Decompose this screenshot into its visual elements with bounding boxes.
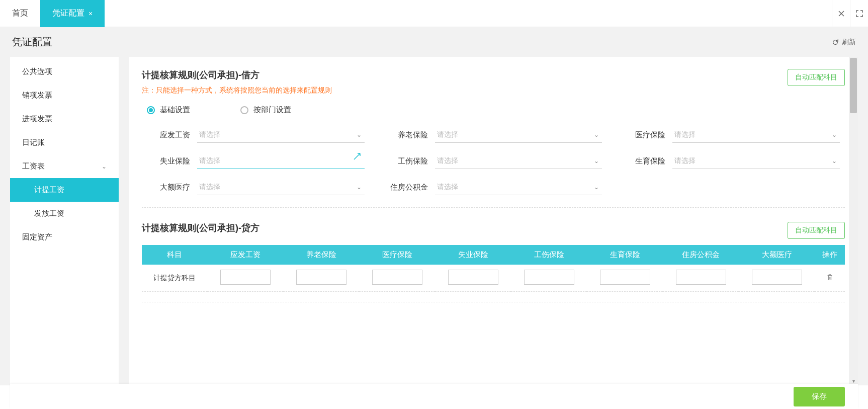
sidebar-item-public[interactable]: 公共选项 bbox=[10, 60, 119, 84]
section-debit-note: 注：只能选择一种方式，系统将按照您当前的选择来配置规则 bbox=[142, 86, 332, 95]
select-placeholder: 请选择 bbox=[199, 156, 220, 166]
field-yingfa: 应发工资 请选择⌄ bbox=[147, 127, 365, 143]
body: 公共选项 销项发票 进项发票 日记账 工资表⌄ 计提工资 发放工资 固定资产 计… bbox=[0, 57, 868, 385]
field-label: 大额医疗 bbox=[147, 183, 190, 192]
sidebar-item-label: 日记账 bbox=[22, 138, 45, 147]
select-placeholder: 请选择 bbox=[437, 183, 458, 192]
section-debit-title: 计提核算规则(公司承担)-借方 bbox=[142, 69, 332, 81]
select-placeholder: 请选择 bbox=[199, 183, 220, 192]
table-row: 计提贷方科目 bbox=[142, 265, 845, 292]
field-label: 生育保险 bbox=[622, 156, 665, 166]
select-yiliao[interactable]: 请选择⌄ bbox=[672, 127, 840, 143]
sidebar-item-fixed-assets[interactable]: 固定资产 bbox=[10, 225, 119, 249]
scrollbar[interactable]: ▾ bbox=[849, 57, 858, 385]
th-action: 操作 bbox=[815, 245, 845, 265]
main-panel: 计提核算规则(公司承担)-借方 注：只能选择一种方式，系统将按照您当前的选择来配… bbox=[129, 57, 858, 385]
sidebar-item-label: 发放工资 bbox=[34, 209, 64, 218]
select-placeholder: 请选择 bbox=[437, 156, 458, 166]
sidebar-item-journal[interactable]: 日记账 bbox=[10, 131, 119, 154]
field-shengyu: 生育保险 请选择⌄ bbox=[622, 153, 840, 169]
field-label: 工伤保险 bbox=[385, 156, 428, 166]
cell-input-yanglao[interactable] bbox=[296, 270, 346, 285]
close-icon bbox=[837, 10, 845, 18]
separator bbox=[142, 302, 845, 302]
th-gongjijin: 住房公积金 bbox=[663, 245, 739, 265]
field-shiye: 失业保险 请选择 bbox=[147, 153, 365, 169]
sidebar-item-label: 公共选项 bbox=[22, 67, 52, 76]
cell-input-gongshang[interactable] bbox=[524, 270, 574, 285]
cell-input-shengyu[interactable] bbox=[600, 270, 650, 285]
tab-voucher-config[interactable]: 凭证配置 × bbox=[40, 0, 105, 27]
window-close-button[interactable] bbox=[832, 0, 850, 27]
th-subject: 科目 bbox=[142, 245, 207, 265]
tab-voucher-config-label: 凭证配置 bbox=[52, 8, 84, 19]
radio-dept[interactable]: 按部门设置 bbox=[240, 105, 291, 115]
select-placeholder: 请选择 bbox=[437, 130, 458, 139]
th-gongshang: 工伤保险 bbox=[511, 245, 587, 265]
cell-input-shiye[interactable] bbox=[448, 270, 498, 285]
radio-basic[interactable]: 基础设置 bbox=[147, 105, 190, 115]
field-label: 医疗保险 bbox=[622, 130, 665, 140]
radio-icon bbox=[240, 106, 248, 114]
chevron-down-icon: ⌄ bbox=[594, 184, 599, 191]
cell-input-yiliao[interactable] bbox=[372, 270, 422, 285]
scrollbar-down-icon[interactable]: ▾ bbox=[850, 377, 857, 384]
select-yingfa[interactable]: 请选择⌄ bbox=[197, 127, 365, 143]
table-header-row: 科目 应发工资 养老保险 医疗保险 失业保险 工伤保险 生育保险 住房公积金 大… bbox=[142, 245, 845, 265]
select-shiye[interactable]: 请选择 bbox=[197, 153, 365, 169]
save-button[interactable]: 保存 bbox=[794, 387, 845, 406]
select-gongshang[interactable]: 请选择⌄ bbox=[435, 153, 602, 169]
field-label: 养老保险 bbox=[385, 130, 428, 140]
select-yanglao[interactable]: 请选择⌄ bbox=[435, 127, 602, 143]
auto-match-debit-button[interactable]: 自动匹配科目 bbox=[788, 69, 845, 86]
cursor-icon bbox=[353, 151, 363, 162]
credit-table: 科目 应发工资 养老保险 医疗保险 失业保险 工伤保险 生育保险 住房公积金 大… bbox=[142, 245, 845, 292]
close-icon[interactable]: × bbox=[89, 10, 93, 18]
scrollbar-thumb[interactable] bbox=[850, 58, 857, 113]
sidebar-item-sales-invoice[interactable]: 销项发票 bbox=[10, 84, 119, 107]
section-credit-title: 计提核算规则(公司承担)-贷方 bbox=[142, 222, 259, 234]
select-shengyu[interactable]: 请选择⌄ bbox=[672, 153, 840, 169]
tab-home[interactable]: 首页 bbox=[0, 0, 40, 27]
select-gongjijin[interactable]: 请选择⌄ bbox=[435, 179, 602, 195]
sidebar-item-purchase-invoice[interactable]: 进项发票 bbox=[10, 107, 119, 131]
cell-input-yingfa[interactable] bbox=[220, 270, 271, 285]
sidebar-item-pay-salary[interactable]: 发放工资 bbox=[10, 202, 119, 225]
field-label: 住房公积金 bbox=[385, 183, 428, 192]
chevron-down-icon: ⌄ bbox=[832, 157, 837, 165]
cell-input-gongjijin[interactable] bbox=[676, 270, 726, 285]
refresh-icon bbox=[832, 39, 839, 46]
app-root: 首页 凭证配置 × 凭证配置 刷新 公共选项 销项发票 进项发票 日记账 工资表… bbox=[0, 0, 868, 409]
th-yingfa: 应发工资 bbox=[207, 245, 283, 265]
th-dae: 大额医疗 bbox=[739, 245, 815, 265]
select-placeholder: 请选择 bbox=[674, 156, 696, 166]
radio-basic-label: 基础设置 bbox=[160, 105, 190, 115]
trash-icon[interactable] bbox=[826, 274, 833, 282]
th-yiliao: 医疗保险 bbox=[359, 245, 435, 265]
sidebar-item-payroll[interactable]: 工资表⌄ bbox=[10, 154, 119, 178]
fullscreen-button[interactable] bbox=[850, 0, 868, 27]
tab-home-label: 首页 bbox=[12, 8, 28, 19]
chevron-down-icon: ⌄ bbox=[594, 131, 599, 138]
sidebar: 公共选项 销项发票 进项发票 日记账 工资表⌄ 计提工资 发放工资 固定资产 bbox=[10, 57, 119, 385]
radio-dept-label: 按部门设置 bbox=[253, 105, 291, 115]
sidebar-item-accrual-salary[interactable]: 计提工资 bbox=[10, 178, 119, 202]
field-label: 失业保险 bbox=[147, 156, 190, 166]
refresh-label: 刷新 bbox=[842, 38, 856, 47]
top-actions bbox=[832, 0, 868, 27]
th-yanglao: 养老保险 bbox=[283, 245, 359, 265]
sidebar-item-label: 销项发票 bbox=[22, 91, 52, 100]
section-debit-head: 计提核算规则(公司承担)-借方 注：只能选择一种方式，系统将按照您当前的选择来配… bbox=[142, 69, 845, 105]
select-dae[interactable]: 请选择⌄ bbox=[197, 179, 365, 195]
refresh-button[interactable]: 刷新 bbox=[832, 38, 856, 47]
select-placeholder: 请选择 bbox=[199, 130, 220, 139]
select-placeholder: 请选择 bbox=[674, 130, 696, 139]
cell-input-dae[interactable] bbox=[752, 270, 802, 285]
fullscreen-icon bbox=[855, 10, 863, 18]
field-dae: 大额医疗 请选择⌄ bbox=[147, 179, 365, 195]
chevron-down-icon: ⌄ bbox=[102, 163, 107, 170]
field-label: 应发工资 bbox=[147, 130, 190, 140]
auto-match-credit-button[interactable]: 自动匹配科目 bbox=[788, 222, 845, 239]
footer: 保存 bbox=[10, 384, 858, 409]
chevron-down-icon: ⌄ bbox=[357, 131, 362, 138]
